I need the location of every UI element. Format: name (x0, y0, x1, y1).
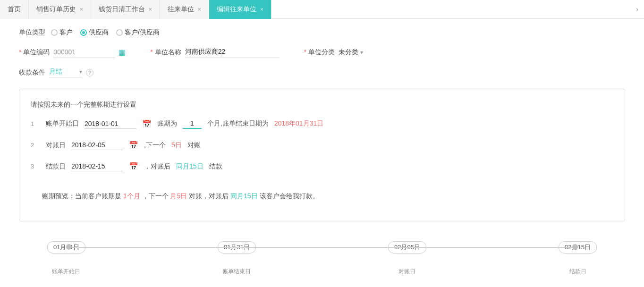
period-row-2-calendar[interactable]: 📅 (129, 141, 138, 150)
tab-sales-order-history-label: 销售订单历史 (36, 5, 76, 14)
period-row-3-date[interactable] (71, 161, 123, 171)
preview-suffix: 该客户会给我打款。 (260, 192, 319, 200)
period-row-3-label: 结款日 (46, 162, 66, 171)
timeline-container: 01月01日 账单开始日 01月31日 账单结束日 02月05日 对账日 02月… (19, 229, 625, 285)
unit-type-row: 单位类型 客户 供应商 客户/供应商 (19, 28, 625, 37)
main-content: 单位类型 客户 供应商 客户/供应商 单位编码 ▦ 单位名称 (0, 19, 644, 287)
help-icon[interactable]: ? (86, 69, 93, 76)
unit-type-label: 单位类型 (19, 28, 45, 37)
period-row-1-date[interactable] (85, 119, 136, 129)
preview-highlight1: 1个月 (123, 192, 140, 200)
period-row-2-highlight-day: 5日 (171, 141, 182, 150)
radio-customer-circle (51, 29, 58, 36)
timeline-desc-4: 结款日 (569, 268, 586, 276)
radio-customer-supplier[interactable]: 客户/供应商 (116, 28, 160, 37)
tab-home[interactable]: 首页 (0, 0, 29, 19)
period-row-2-prefix: ,下一个 (144, 141, 166, 150)
tab-cash-goods-close[interactable]: × (149, 6, 152, 13)
tab-cash-goods[interactable]: 钱货日清工作台 × (91, 0, 160, 19)
period-row-3-calendar[interactable]: 📅 (129, 162, 138, 171)
timeline-point-2: 01月31日 账单结束日 (218, 241, 256, 276)
period-row-2-number: 2 (31, 142, 40, 149)
preview-highlight3: 同月15日 (230, 192, 258, 200)
period-row-3-prefix: ，对账后 (144, 162, 170, 171)
radio-supplier[interactable]: 供应商 (80, 28, 109, 37)
period-row-2-date[interactable] (71, 140, 123, 150)
payment-condition-select[interactable]: 月结 ▾ (49, 68, 82, 77)
unit-info-row: 单位编码 ▦ 单位名称 单位分类 未分类 ▾ (19, 46, 625, 58)
tab-edit-partner-unit-label: 编辑往来单位 (217, 5, 256, 14)
radio-supplier-circle (80, 29, 87, 36)
preview-middle2: 对账，对账后 (189, 192, 229, 200)
timeline-track (66, 247, 578, 248)
tab-partner-unit-close[interactable]: × (198, 6, 201, 13)
period-month-input[interactable] (183, 118, 202, 129)
radio-group-unit-type: 客户 供应商 客户/供应商 (51, 28, 160, 37)
unit-classify-field: 单位分类 未分类 ▾ (304, 48, 363, 57)
preview-row: 账期预览：当前客户账期是 1个月 ，下一个 月5日 对账，对账后 同月15日 该… (31, 183, 613, 210)
period-row-3-number: 3 (31, 163, 40, 170)
unit-name-field: 单位名称 (150, 46, 279, 58)
tab-sales-order-history[interactable]: 销售订单历史 × (29, 0, 91, 19)
radio-customer-supplier-label: 客户/供应商 (125, 28, 160, 37)
tab-sales-order-history-close[interactable]: × (80, 6, 83, 13)
tab-home-label: 首页 (8, 5, 21, 14)
unit-classify-label: 单位分类 (304, 48, 335, 57)
tab-edit-partner-unit[interactable]: 编辑往来单位 × (209, 0, 271, 19)
timeline-point-3: 02月05日 对账日 (388, 241, 426, 276)
payment-condition-row: 收款条件 月结 ▾ ? (19, 68, 625, 77)
period-row-2: 2 对账日 📅 ,下一个 5日 对账 (31, 140, 613, 150)
radio-supplier-label: 供应商 (89, 28, 109, 37)
tabs-bar: 首页 销售订单历史 × 钱货日清工作台 × 往来单位 × 编辑往来单位 × › (0, 0, 644, 19)
unit-code-field: 单位编码 ▦ (19, 46, 126, 58)
payment-condition-chevron: ▾ (79, 68, 82, 75)
period-row-1-calendar[interactable]: 📅 (142, 119, 152, 128)
payment-condition-value: 月结 (49, 68, 77, 76)
preview-prefix: 账期预览：当前客户账期是 (42, 192, 121, 200)
tab-cash-goods-label: 钱货日清工作台 (99, 5, 145, 14)
period-row-1-highlight-date: 2018年01月31日 (274, 119, 323, 128)
preview-highlight2: 月5日 (170, 192, 187, 200)
preview-middle1: ，下一个 (142, 192, 169, 200)
timeline-desc-1: 账单开始日 (52, 268, 80, 276)
period-row-1-number: 1 (31, 120, 40, 127)
period-row-2-label: 对账日 (46, 141, 66, 150)
unit-classify-select[interactable]: 未分类 ▾ (339, 48, 363, 57)
period-row-1-period-text: 个月,账单结束日期为 (207, 119, 269, 128)
radio-customer-supplier-circle (116, 29, 123, 36)
period-settings-box: 请按照未来的一个完整帐期进行设置 1 账单开始日 📅 账期为 个月,账单结束日期… (19, 89, 625, 221)
timeline-desc-2: 账单结束日 (222, 268, 251, 276)
period-row-1: 1 账单开始日 📅 账期为 个月,账单结束日期为 2018年01月31日 (31, 118, 613, 129)
unit-classify-value: 未分类 (339, 48, 358, 57)
unit-classify-chevron: ▾ (360, 49, 363, 56)
radio-customer[interactable]: 客户 (51, 28, 73, 37)
unit-type-field: 单位类型 (19, 28, 45, 37)
unit-name-label: 单位名称 (150, 48, 181, 57)
period-row-3-highlight-day: 同月15日 (176, 162, 203, 171)
timeline-desc-3: 对账日 (398, 268, 415, 276)
tabs-expand-button[interactable]: › (630, 5, 644, 14)
unit-code-icon[interactable]: ▦ (119, 48, 126, 57)
period-row-1-suffix: 账期为 (157, 119, 177, 128)
period-row-1-label: 账单开始日 (46, 119, 79, 128)
unit-code-label: 单位编码 (19, 48, 50, 57)
period-row-3: 3 结款日 📅 ，对账后 同月15日 结款 (31, 161, 613, 171)
radio-customer-label: 客户 (59, 28, 73, 37)
unit-code-input[interactable] (53, 46, 115, 58)
period-title: 请按照未来的一个完整帐期进行设置 (31, 101, 613, 109)
tab-partner-unit-label: 往来单位 (168, 5, 194, 14)
unit-name-input[interactable] (185, 46, 280, 58)
tab-edit-partner-unit-close[interactable]: × (260, 6, 263, 13)
tab-partner-unit[interactable]: 往来单位 × (160, 0, 209, 19)
payment-condition-label: 收款条件 (19, 68, 45, 77)
period-row-3-suffix: 结款 (209, 162, 222, 171)
period-row-2-suffix: 对账 (187, 141, 201, 150)
